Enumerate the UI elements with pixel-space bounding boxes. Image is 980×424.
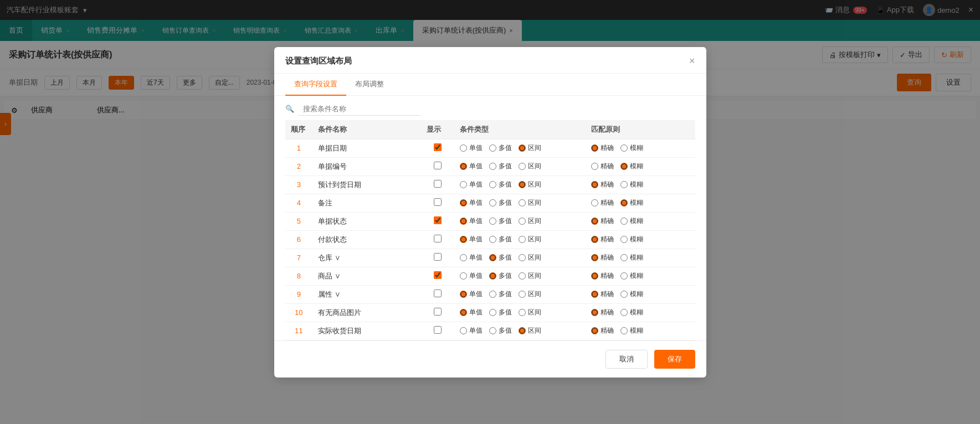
match-radio[interactable] [620, 163, 628, 170]
match-radio-label[interactable]: 模糊 [620, 143, 643, 153]
type-radio-label[interactable]: 单值 [460, 162, 483, 171]
match-radio[interactable] [620, 291, 628, 298]
type-radio[interactable] [519, 163, 526, 170]
type-radio-label[interactable]: 多值 [489, 235, 512, 244]
type-radio-label[interactable]: 单值 [460, 289, 483, 299]
type-radio-label[interactable]: 单值 [460, 235, 483, 244]
match-radio[interactable] [620, 144, 628, 152]
match-radio[interactable] [620, 272, 628, 280]
match-radio-label[interactable]: 精确 [591, 326, 614, 335]
match-radio[interactable] [591, 272, 598, 280]
match-radio-label[interactable]: 精确 [591, 162, 614, 171]
type-radio[interactable] [519, 254, 526, 261]
type-radio[interactable] [460, 327, 467, 334]
type-radio[interactable] [460, 144, 467, 152]
show-checkbox[interactable] [434, 198, 442, 206]
row-show[interactable] [421, 157, 454, 175]
show-checkbox[interactable] [434, 308, 442, 316]
match-radio[interactable] [620, 309, 628, 316]
match-radio[interactable] [620, 254, 628, 261]
search-input[interactable] [299, 102, 420, 116]
type-radio[interactable] [489, 309, 496, 316]
row-show[interactable] [421, 322, 454, 340]
show-checkbox[interactable] [434, 271, 442, 279]
type-radio-label[interactable]: 多值 [489, 271, 512, 281]
type-radio-label[interactable]: 区间 [519, 180, 541, 189]
show-checkbox[interactable] [434, 326, 442, 334]
type-radio-label[interactable]: 区间 [519, 308, 541, 317]
type-radio[interactable] [489, 236, 496, 243]
match-radio-label[interactable]: 模糊 [620, 289, 643, 299]
type-radio-label[interactable]: 区间 [519, 289, 541, 299]
type-radio-label[interactable]: 多值 [489, 198, 512, 208]
type-radio[interactable] [489, 218, 496, 225]
match-radio[interactable] [591, 236, 598, 243]
type-radio[interactable] [489, 199, 496, 206]
match-radio-label[interactable]: 模糊 [620, 180, 643, 189]
type-radio-label[interactable]: 单值 [460, 198, 483, 208]
type-radio[interactable] [519, 218, 526, 225]
type-radio[interactable] [460, 291, 467, 298]
type-radio-label[interactable]: 单值 [460, 143, 483, 153]
type-radio-label[interactable]: 区间 [519, 216, 541, 226]
match-radio-label[interactable]: 模糊 [620, 198, 643, 208]
match-radio-label[interactable]: 模糊 [620, 253, 643, 262]
match-radio-label[interactable]: 精确 [591, 143, 614, 153]
type-radio[interactable] [460, 272, 467, 280]
match-radio-label[interactable]: 精确 [591, 271, 614, 281]
type-radio[interactable] [519, 144, 526, 152]
match-radio[interactable] [591, 144, 598, 152]
match-radio-label[interactable]: 精确 [591, 289, 614, 299]
type-radio-label[interactable]: 多值 [489, 308, 512, 317]
match-radio-label[interactable]: 精确 [591, 235, 614, 244]
type-radio[interactable] [460, 236, 467, 243]
match-radio[interactable] [620, 327, 628, 334]
type-radio[interactable] [460, 199, 467, 206]
row-show[interactable] [421, 175, 454, 194]
type-radio[interactable] [460, 254, 467, 261]
type-radio[interactable] [489, 291, 496, 298]
match-radio-label[interactable]: 模糊 [620, 216, 643, 226]
match-radio[interactable] [591, 199, 598, 206]
type-radio[interactable] [460, 309, 467, 316]
modal-tab-query-fields[interactable]: 查询字段设置 [285, 74, 346, 96]
match-radio-label[interactable]: 精确 [591, 198, 614, 208]
match-radio[interactable] [591, 254, 598, 261]
match-radio[interactable] [620, 236, 628, 243]
type-radio[interactable] [519, 236, 526, 243]
modal-tab-layout[interactable]: 布局调整 [346, 74, 393, 96]
type-radio-label[interactable]: 区间 [519, 162, 541, 171]
show-checkbox[interactable] [434, 253, 442, 261]
show-checkbox[interactable] [434, 143, 442, 151]
type-radio[interactable] [460, 181, 467, 188]
save-button[interactable]: 保存 [654, 350, 695, 369]
match-radio[interactable] [591, 309, 598, 316]
show-checkbox[interactable] [434, 162, 442, 169]
type-radio-label[interactable]: 区间 [519, 143, 541, 153]
match-radio[interactable] [591, 218, 598, 225]
row-show[interactable] [421, 139, 454, 157]
type-radio[interactable] [489, 163, 496, 170]
row-show[interactable] [421, 249, 454, 267]
match-radio-label[interactable]: 精确 [591, 308, 614, 317]
type-radio-label[interactable]: 单值 [460, 216, 483, 226]
type-radio-label[interactable]: 区间 [519, 235, 541, 244]
type-radio[interactable] [460, 218, 467, 225]
match-radio-label[interactable]: 精确 [591, 180, 614, 189]
match-radio-label[interactable]: 模糊 [620, 162, 643, 171]
type-radio-label[interactable]: 多值 [489, 289, 512, 299]
type-radio-label[interactable]: 单值 [460, 326, 483, 335]
type-radio[interactable] [489, 272, 496, 280]
cancel-button[interactable]: 取消 [606, 350, 648, 369]
match-radio-label[interactable]: 精确 [591, 216, 614, 226]
modal-close-button[interactable]: × [689, 56, 695, 66]
type-radio-label[interactable]: 多值 [489, 253, 512, 262]
type-radio-label[interactable]: 区间 [519, 253, 541, 262]
type-radio-label[interactable]: 多值 [489, 326, 512, 335]
type-radio[interactable] [489, 181, 496, 188]
type-radio[interactable] [519, 291, 526, 298]
type-radio-label[interactable]: 多值 [489, 216, 512, 226]
match-radio[interactable] [591, 291, 598, 298]
type-radio-label[interactable]: 区间 [519, 326, 541, 335]
row-show[interactable] [421, 194, 454, 212]
